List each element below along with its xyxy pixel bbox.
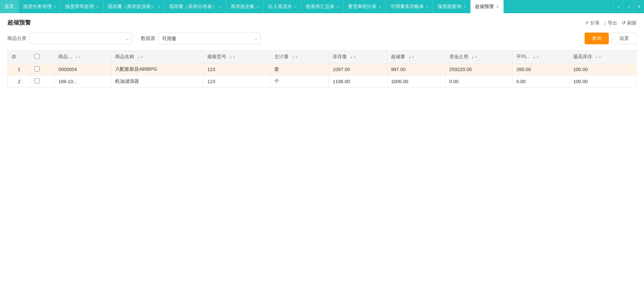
topbar-item-label-5: 库存批次账 <box>231 3 255 10</box>
topbar-nav: ‹ › × <box>613 0 644 13</box>
th-capital-label: 资金占用 <box>449 54 468 59</box>
td-checkbox[interactable] <box>31 63 55 75</box>
td-spec: 123 <box>204 75 271 88</box>
topbar-item-6[interactable]: 出入库流水× <box>264 0 301 13</box>
td-product-code: 0000004 <box>55 63 111 75</box>
td-spec: 123 <box>204 63 271 75</box>
category-select[interactable] <box>29 33 132 44</box>
th-product-name[interactable]: 商品名称 ▲▼ <box>111 51 204 63</box>
sort-icon-over-stock: ▲▼ <box>408 55 415 59</box>
query-button[interactable]: 查询 <box>585 33 609 44</box>
topbar-item-11[interactable]: 超储预警× <box>471 0 503 13</box>
td-stock: 1097.00 <box>329 63 387 75</box>
th-stock[interactable]: 库存量 ▲▼ <box>329 51 387 63</box>
table-header: ⚙ 商品... ▲▼ 商品名称 ▲▼ 规格型号 ▲▼ 主计 <box>8 51 637 63</box>
topbar-item-close-11[interactable]: × <box>496 4 498 9</box>
sort-icon-avg: ▲▼ <box>533 55 539 59</box>
topbar-item-label-10: 保质期查询 <box>438 3 461 10</box>
topbar-item-label-2: 拣货异常处理 <box>65 3 94 10</box>
select-all-checkbox[interactable] <box>34 54 40 59</box>
sort-icon-stock: ▲▼ <box>350 55 356 59</box>
page-title: 超储预警 <box>7 19 31 27</box>
nav-prev-button[interactable]: ‹ <box>613 0 623 13</box>
gear-icon[interactable]: ⚙ <box>11 53 16 60</box>
topbar-item-close-4[interactable]: × <box>219 4 221 9</box>
topbar-item-4[interactable]: 现存量（库存分布表）× <box>165 0 226 13</box>
topbar-item-label-8: 要货单统计表 <box>348 3 377 10</box>
td-row-num: 2 <box>8 75 31 88</box>
topbar-item-label-9: 可用量库存账本 <box>391 3 424 10</box>
td-checkbox[interactable] <box>31 75 55 88</box>
topbar-item-close-2[interactable]: × <box>96 4 98 9</box>
refresh-button[interactable]: ↺ 刷新 <box>622 20 637 26</box>
filter-actions: 查询 设置 <box>585 33 637 44</box>
topbar-item-close-7[interactable]: × <box>337 4 339 9</box>
topbar-item-5[interactable]: 库存批次账× <box>226 0 264 13</box>
datasource-label: 数据源 <box>141 35 155 42</box>
export-label: 导出 <box>608 20 617 26</box>
topbar-item-9[interactable]: 可用量库存账本× <box>386 0 433 13</box>
th-avg[interactable]: 平均... ▲▼ <box>513 51 570 63</box>
topbar-item-label-7: 收发存汇总表 <box>306 3 334 10</box>
th-capital[interactable]: 资金占用 ▲▼ <box>446 51 513 63</box>
topbar-item-close-5[interactable]: × <box>257 4 259 9</box>
topbar-item-1[interactable]: 拣货任务管理× <box>19 0 61 13</box>
topbar-item-close-9[interactable]: × <box>426 4 428 9</box>
topbar-item-close-3[interactable]: × <box>158 4 160 9</box>
td-unit: 套 <box>271 63 329 75</box>
th-gear: ⚙ <box>8 51 31 63</box>
category-label: 商品分类 <box>7 35 26 42</box>
topbar-item-7[interactable]: 收发存汇总表× <box>301 0 344 13</box>
th-over-stock[interactable]: 超储量 ▲▼ <box>387 51 446 63</box>
topbar-item-close-6[interactable]: × <box>294 4 296 9</box>
datasource-select[interactable]: 可用量 <box>158 33 261 44</box>
topbar-item-close-1[interactable]: × <box>54 4 56 9</box>
td-over-stock: 1006.00 <box>387 75 446 88</box>
export-button[interactable]: ↓ 导出 <box>604 20 618 26</box>
td-avg: 0.00 <box>513 75 570 88</box>
topbar-item-2[interactable]: 拣货异常处理× <box>61 0 103 13</box>
topbar-item-label-1: 拣货任务管理 <box>23 3 52 10</box>
topbar-item-10[interactable]: 保质期查询× <box>433 0 471 13</box>
topbar-item-8[interactable]: 要货单统计表× <box>344 0 386 13</box>
topbar-item-close-10[interactable]: × <box>464 4 466 9</box>
row-checkbox-1[interactable] <box>34 78 40 84</box>
topbar-item-0[interactable]: 首页 <box>0 0 19 13</box>
page-content: 超储预警 ↗ 分享 ↓ 导出 ↺ 刷新 商品分类 ⌄ <box>0 13 644 93</box>
td-capital: 0.00 <box>446 75 513 88</box>
th-unit[interactable]: 主计量 ▲▼ <box>271 51 329 63</box>
th-max-stock[interactable]: 最高库存 ▲▼ <box>569 51 636 63</box>
topbar: 首页拣货任务管理×拣货异常处理×现存量（库存状况表）×现存量（库存分布表）×库存… <box>0 0 644 13</box>
td-product-name: 机油滤清器 <box>111 75 204 88</box>
th-product-code-label: 商品... <box>58 54 72 59</box>
sort-icon-spec: ▲▼ <box>229 55 236 59</box>
th-avg-label: 平均... <box>516 54 530 59</box>
th-checkbox <box>31 51 55 63</box>
refresh-label: 刷新 <box>627 20 637 26</box>
sort-icon-capital: ▲▼ <box>471 55 478 59</box>
share-label: 分享 <box>590 20 600 26</box>
topbar-item-close-8[interactable]: × <box>379 4 381 9</box>
th-max-stock-label: 最高库存 <box>573 54 592 59</box>
settings-button[interactable]: 设置 <box>612 33 637 44</box>
nav-close-button[interactable]: × <box>634 0 644 13</box>
th-product-name-label: 商品名称 <box>115 54 134 59</box>
td-max-stock: 100.00 <box>569 63 636 75</box>
topbar-item-label-0: 首页 <box>4 3 14 10</box>
th-unit-label: 主计量 <box>274 54 289 59</box>
sort-icon-max-stock: ▲▼ <box>595 55 602 59</box>
category-filter-group: 商品分类 ⌄ <box>7 33 132 44</box>
td-product-name: 六配套新昌490BPG <box>111 63 204 75</box>
datasource-filter-group: 数据源 可用量 ⌄ <box>141 33 261 44</box>
td-unit: 个 <box>271 75 329 88</box>
th-spec[interactable]: 规格型号 ▲▼ <box>204 51 271 63</box>
nav-next-button[interactable]: › <box>623 0 634 13</box>
topbar-item-3[interactable]: 现存量（库存状况表）× <box>103 0 165 13</box>
datasource-select-wrapper: 可用量 ⌄ <box>158 33 261 44</box>
table-row: 2186-10...机油滤清器123个1106.001006.000.000.0… <box>8 75 637 88</box>
td-capital: 259220.00 <box>446 63 513 75</box>
row-checkbox-0[interactable] <box>34 66 40 71</box>
th-product-code[interactable]: 商品... ▲▼ <box>55 51 111 63</box>
td-avg: 260.00 <box>513 63 570 75</box>
share-button[interactable]: ↗ 分享 <box>585 20 600 26</box>
